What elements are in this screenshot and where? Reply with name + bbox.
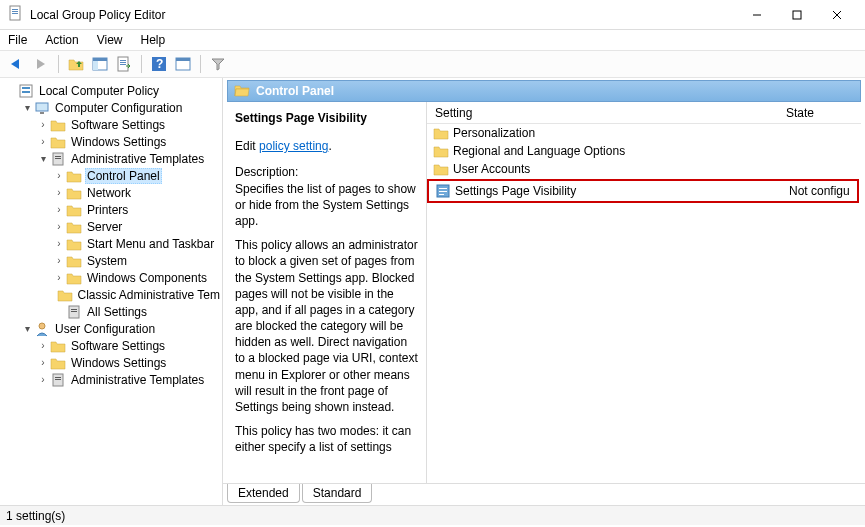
minimize-button[interactable] bbox=[737, 0, 777, 30]
tree-item-software-settings[interactable]: › Software Settings bbox=[0, 337, 222, 354]
menu-action[interactable]: Action bbox=[45, 33, 78, 47]
tree-twisty[interactable]: › bbox=[36, 136, 50, 147]
svg-rect-20 bbox=[93, 61, 98, 70]
tree-item-all-settings[interactable]: All Settings bbox=[0, 303, 222, 320]
menu-view[interactable]: View bbox=[97, 33, 123, 47]
list-row[interactable]: User Accounts bbox=[427, 160, 861, 178]
list-item-name: Settings Page Visibility bbox=[455, 184, 785, 198]
settings-list[interactable]: Setting State Personalization Regional a… bbox=[427, 102, 861, 483]
folder-icon bbox=[433, 161, 449, 177]
tree-twisty[interactable]: › bbox=[52, 272, 66, 283]
setting-title: Settings Page Visibility bbox=[235, 110, 418, 126]
app-title: Local Group Policy Editor bbox=[30, 8, 165, 22]
tree-item-label: User Configuration bbox=[53, 322, 157, 336]
panel-header: Control Panel bbox=[227, 80, 861, 102]
list-item-name: User Accounts bbox=[453, 162, 783, 176]
tree-item-start-menu-and-taskbar[interactable]: › Start Menu and Taskbar bbox=[0, 235, 222, 252]
panel-title: Control Panel bbox=[256, 84, 334, 98]
up-button[interactable] bbox=[65, 53, 87, 75]
filter-button[interactable] bbox=[207, 53, 229, 75]
help-button[interactable]: ? bbox=[148, 53, 170, 75]
tree-pane[interactable]: Local Computer Policy ▾ Computer Configu… bbox=[0, 78, 223, 505]
tree-item-software-settings[interactable]: › Software Settings bbox=[0, 116, 222, 133]
tab-extended[interactable]: Extended bbox=[227, 484, 300, 503]
tree-item-control-panel[interactable]: › Control Panel bbox=[0, 167, 222, 184]
tree-item-network[interactable]: › Network bbox=[0, 184, 222, 201]
tree-twisty[interactable]: › bbox=[52, 204, 66, 215]
setting-icon bbox=[435, 183, 451, 199]
tree-twisty[interactable]: › bbox=[36, 340, 50, 351]
tree-root[interactable]: Local Computer Policy bbox=[0, 82, 222, 99]
tree-item-server[interactable]: › Server bbox=[0, 218, 222, 235]
tree-user-configuration[interactable]: ▾ User Configuration bbox=[0, 320, 222, 337]
tree-twisty[interactable]: › bbox=[52, 255, 66, 266]
folder-icon bbox=[66, 168, 82, 184]
folder-icon bbox=[50, 134, 66, 150]
tree-twisty[interactable]: › bbox=[36, 357, 50, 368]
menubar: File Action View Help bbox=[0, 30, 865, 50]
tree-item-classic-administrative-tem[interactable]: Classic Administrative Tem bbox=[0, 286, 222, 303]
tree-twisty[interactable]: › bbox=[52, 221, 66, 232]
tree-item-label: Windows Components bbox=[85, 271, 209, 285]
list-row[interactable]: Regional and Language Options bbox=[427, 142, 861, 160]
tab-standard[interactable]: Standard bbox=[302, 484, 373, 503]
list-item-name: Regional and Language Options bbox=[453, 144, 783, 158]
statusbar: 1 setting(s) bbox=[0, 505, 865, 525]
tree-twisty[interactable]: ▾ bbox=[20, 102, 34, 113]
edit-policy-link[interactable]: policy setting bbox=[259, 139, 328, 153]
svg-rect-19 bbox=[93, 58, 107, 61]
tree-twisty[interactable]: › bbox=[36, 119, 50, 130]
list-item-state: Not configu bbox=[789, 184, 857, 198]
export-button[interactable] bbox=[113, 53, 135, 75]
tree-item-windows-components[interactable]: › Windows Components bbox=[0, 269, 222, 286]
folder-open-icon bbox=[234, 82, 250, 101]
menu-help[interactable]: Help bbox=[141, 33, 166, 47]
tree-item-label: Software Settings bbox=[69, 118, 167, 132]
show-hide-tree-button[interactable] bbox=[89, 53, 111, 75]
properties-button[interactable] bbox=[172, 53, 194, 75]
tree-item-label: Server bbox=[85, 220, 124, 234]
menu-file[interactable]: File bbox=[8, 33, 27, 47]
list-row[interactable]: Settings Page Visibility Not configu bbox=[427, 179, 859, 203]
description-paragraph: This policy has two modes: it can either… bbox=[235, 423, 418, 455]
tree-item-label: Windows Settings bbox=[69, 356, 168, 370]
folder-icon bbox=[66, 185, 82, 201]
list-row[interactable]: Personalization bbox=[427, 124, 861, 142]
close-button[interactable] bbox=[817, 0, 857, 30]
tree-item-printers[interactable]: › Printers bbox=[0, 201, 222, 218]
tree-item-windows-settings[interactable]: › Windows Settings bbox=[0, 133, 222, 150]
description-pane: Settings Page Visibility Edit policy set… bbox=[227, 102, 427, 483]
tree-item-windows-settings[interactable]: › Windows Settings bbox=[0, 354, 222, 371]
tree-computer-configuration[interactable]: ▾ Computer Configuration bbox=[0, 99, 222, 116]
folder-icon bbox=[66, 202, 82, 218]
toolbar-separator bbox=[58, 55, 59, 73]
tree-twisty[interactable]: › bbox=[52, 170, 66, 181]
folder-icon bbox=[34, 100, 50, 116]
toolbar-separator bbox=[200, 55, 201, 73]
tree-item-administrative-templates[interactable]: › Administrative Templates bbox=[0, 371, 222, 388]
tree-twisty[interactable]: ▾ bbox=[20, 323, 34, 334]
folder-icon bbox=[433, 125, 449, 141]
tree-twisty[interactable]: › bbox=[52, 187, 66, 198]
tree-twisty[interactable]: ▾ bbox=[36, 153, 50, 164]
folder-icon bbox=[50, 372, 66, 388]
folder-icon bbox=[50, 355, 66, 371]
tree-item-label: Administrative Templates bbox=[69, 152, 206, 166]
tree-administrative-templates[interactable]: ▾ Administrative Templates bbox=[0, 150, 222, 167]
titlebar: Local Group Policy Editor bbox=[0, 0, 865, 30]
tree-twisty[interactable]: › bbox=[36, 374, 50, 385]
tree-item-label: System bbox=[85, 254, 129, 268]
folder-icon bbox=[34, 321, 50, 337]
maximize-button[interactable] bbox=[777, 0, 817, 30]
svg-rect-24 bbox=[176, 58, 190, 61]
svg-text:?: ? bbox=[156, 57, 163, 71]
column-setting[interactable]: Setting bbox=[427, 106, 782, 120]
tree-item-label: Computer Configuration bbox=[53, 101, 184, 115]
forward-button[interactable] bbox=[30, 53, 52, 75]
tree-twisty[interactable]: › bbox=[52, 238, 66, 249]
tree-item-system[interactable]: › System bbox=[0, 252, 222, 269]
tree-item-label: Local Computer Policy bbox=[37, 84, 161, 98]
back-button[interactable] bbox=[6, 53, 28, 75]
tree-item-label: All Settings bbox=[85, 305, 149, 319]
column-state[interactable]: State bbox=[782, 106, 861, 120]
